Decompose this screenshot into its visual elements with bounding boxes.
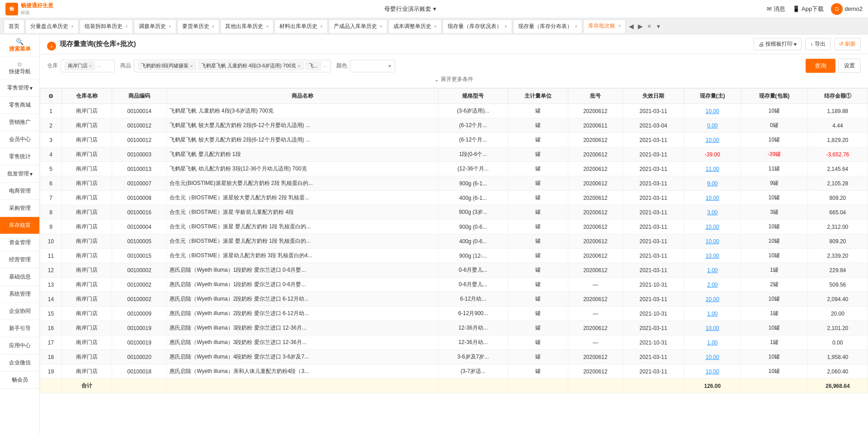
query-btn[interactable]: 查询 — [806, 59, 835, 73]
sidebar-item-ops[interactable]: 经营管理 — [0, 251, 39, 269]
cell-name: 合生元（BIOSTIME）派星 学龄前儿童配方奶粉 4段 — [167, 205, 439, 220]
tab-close-icon[interactable]: × — [575, 24, 578, 29]
tab-9[interactable]: 现存量（库存状况表） × — [443, 19, 512, 33]
remove-product-tag-2[interactable]: × — [297, 63, 300, 69]
product-input[interactable]: 飞鹤奶粉3段丙罐摄装 × 飞鹤星飞帆 儿童奶粉 4段(3-6岁适用) 700克 … — [134, 60, 331, 72]
sidebar-item-app-center[interactable]: 应用中心 — [0, 337, 39, 354]
cell-qty-main[interactable]: 10.00 — [684, 321, 741, 335]
sidebar-item-wechat[interactable]: 企业微信 — [0, 354, 39, 372]
tab-close-icon[interactable]: × — [434, 24, 437, 29]
sidebar-item-guide[interactable]: 新手引导 — [0, 320, 39, 337]
tab-close-all-btn[interactable]: × — [645, 19, 654, 33]
cell-qty-main[interactable]: 1.00 — [684, 263, 741, 278]
sidebar-item-retail-mgmt[interactable]: 零售管理▾ — [0, 80, 39, 97]
cell-warehouse: 南岸门店 — [62, 220, 112, 234]
tab-close-icon[interactable]: × — [71, 24, 74, 29]
tab-home[interactable]: 首页 — [4, 19, 24, 33]
tab-5[interactable]: 其他出库单历史 × — [220, 19, 274, 33]
cell-amount: 20.00 — [807, 307, 868, 321]
sidebar-item-marketing[interactable]: 营销推广 — [0, 114, 39, 131]
cell-code: 00100012 — [112, 118, 167, 133]
cell-qty-main[interactable]: 10.00 — [684, 220, 741, 234]
cell-qty-main[interactable]: 0.00 — [684, 118, 741, 133]
cell-no: 8 — [40, 205, 62, 220]
tab-3[interactable]: 调拨单历史 × — [134, 19, 176, 33]
cell-batch: 20200612 — [568, 234, 623, 249]
sidebar-item-inventory[interactable]: 库存核算 — [0, 217, 39, 234]
tab-2[interactable]: 组装拆卸单历史 × — [80, 19, 133, 33]
sidebar-item-member[interactable]: 会员中心 — [0, 131, 39, 148]
remove-product-tag-1[interactable]: × — [190, 63, 193, 69]
cell-qty-main[interactable]: 11.00 — [684, 162, 741, 176]
sidebar-item-purchase[interactable]: 采购管理 — [0, 200, 39, 217]
company-dropdown[interactable]: 母婴行业演示账套 ▾ — [384, 5, 436, 13]
quick-nav-btn[interactable]: ☆ 快捷导航 — [0, 57, 39, 80]
sidebar-item-ecommerce[interactable]: 电商管理 — [0, 183, 39, 200]
tab-active[interactable]: 库存批次账 × — [583, 19, 626, 33]
cell-expire: 2021-10-31 — [623, 335, 684, 350]
tab-next-btn[interactable]: ▶ — [636, 19, 645, 33]
tab-close-icon[interactable]: × — [320, 24, 323, 29]
cell-qty-main[interactable]: 10.00 — [684, 104, 741, 118]
cell-no: 10 — [40, 234, 62, 249]
cell-qty-main[interactable]: 9.00 — [684, 176, 741, 191]
tab-close-icon[interactable]: × — [212, 24, 215, 29]
table-row: 17南岸门店00100019惠氏启陆（Wyeth illuma）3段奶粉 爱尔兰… — [40, 335, 868, 350]
sidebar-item-finance[interactable]: 资金管理 — [0, 234, 39, 251]
messages-btn[interactable]: ✉ 消息 — [767, 5, 785, 13]
user-menu[interactable]: D demo2 — [831, 3, 863, 15]
export-btn[interactable]: ↓ 导出 — [805, 38, 830, 50]
cell-qty-main[interactable]: 10.00 — [684, 234, 741, 249]
tab-close-icon[interactable]: × — [169, 24, 171, 29]
color-input[interactable]: ▾ — [350, 60, 395, 72]
cell-qty-main[interactable]: 2.00 — [684, 278, 741, 292]
cell-batch: 20200612 — [568, 350, 623, 364]
tab-close-icon[interactable]: × — [380, 24, 382, 29]
col-settings[interactable]: ⚙ — [40, 89, 62, 104]
remove-warehouse-tag[interactable]: × — [89, 63, 92, 69]
sidebar-item-sys-mgmt[interactable]: 系统管理 — [0, 286, 39, 303]
expand-more-btn[interactable]: ⌄ 展开更多条件 — [47, 73, 861, 83]
sidebar-item-enterprise[interactable]: 企业协同 — [0, 303, 39, 320]
cell-qty-main[interactable]: -39.00 — [684, 147, 741, 162]
cell-qty-main[interactable]: 1.00 — [684, 335, 741, 350]
cell-qty-main[interactable]: 10.00 — [684, 292, 741, 307]
tab-close-icon[interactable]: × — [618, 24, 621, 28]
tab-8[interactable]: 成本调整单历史 × — [388, 19, 442, 33]
cell-qty-main[interactable]: 10.00 — [684, 249, 741, 263]
app-download-btn[interactable]: 📱 App下载 — [793, 5, 824, 13]
tab-close-icon[interactable]: × — [266, 24, 269, 29]
cell-unit: 罐 — [508, 133, 568, 147]
cell-code: 00100002 — [112, 292, 167, 307]
tab-7[interactable]: 产成品入库单历史 × — [329, 19, 387, 33]
tab-menu-btn[interactable]: ▾ — [654, 19, 663, 33]
refresh-btn[interactable]: ↺ 刷新 — [834, 38, 861, 50]
cell-expire: 2021-03-11 — [623, 350, 684, 364]
setting-btn[interactable]: 设置 — [838, 59, 861, 73]
warehouse-input[interactable]: 南岸门店 × ··· — [61, 60, 115, 72]
cell-qty-main[interactable]: 3.00 — [684, 205, 741, 220]
sidebar-item-member2[interactable]: 畅会员 — [0, 372, 39, 389]
search-menu-btn[interactable]: 🔍 搜索菜单 — [0, 34, 39, 57]
tab-prev-btn[interactable]: ◀ — [627, 19, 636, 33]
cell-warehouse: 南岸门店 — [62, 350, 112, 364]
cell-qty-main[interactable]: 10.00 — [684, 191, 741, 205]
tab-close-icon[interactable]: × — [505, 24, 507, 29]
cell-batch: 20200611 — [568, 118, 623, 133]
cell-qty-main[interactable]: 10.00 — [684, 133, 741, 147]
tab-6[interactable]: 材料出库单历史 × — [274, 19, 328, 33]
cell-qty-main[interactable]: 10.00 — [684, 364, 741, 379]
tab-10[interactable]: 现存量（库存分布表） × — [513, 19, 583, 33]
sidebar-item-retail-shop[interactable]: 零售商城 — [0, 97, 39, 114]
template-print-btn[interactable]: 🖨 按模板打印 ▾ — [754, 38, 802, 50]
tab-1[interactable]: 分量盘点单历史 × — [25, 19, 79, 33]
cell-qty-main[interactable]: 1.00 — [684, 307, 741, 321]
sidebar-item-basic-info[interactable]: 基础信息 — [0, 269, 39, 286]
logo-title: 畅捷通好生意 — [21, 2, 53, 9]
collapse-sidebar-btn[interactable]: › — [47, 42, 56, 51]
sidebar-item-wholesale[interactable]: 批发管理▾ — [0, 165, 39, 183]
sidebar-item-retail-stats[interactable]: 零售统计 — [0, 148, 39, 165]
tab-close-icon[interactable]: × — [125, 24, 128, 29]
cell-qty-main[interactable]: 10.00 — [684, 350, 741, 364]
tab-4[interactable]: 要货单历史 × — [177, 19, 220, 33]
